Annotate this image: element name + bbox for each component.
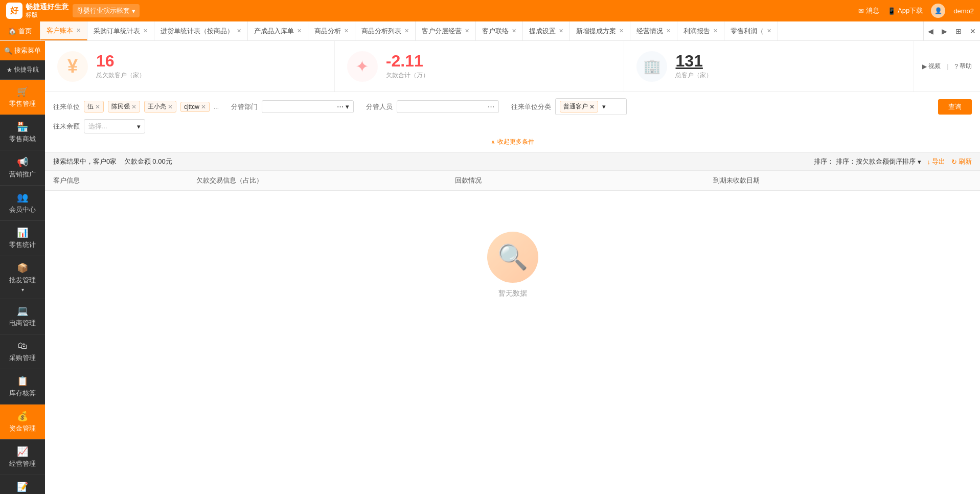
stat-total-customers-label: 总客户（家） xyxy=(675,71,712,80)
stat-overdue-customers-icon: ¥ xyxy=(57,51,88,82)
nav-prev-btn[interactable]: ◀ xyxy=(924,21,938,40)
sidebar-item-retail-stats[interactable]: 📊 零售统计 xyxy=(0,221,45,256)
main-layout: 🔍 搜索菜单 ★ 快捷导航 🛒 零售管理 🏪 零售商城 📢 营销推广 👥 会员中… xyxy=(0,41,980,494)
tab-business-status-label: 经营情况 xyxy=(636,27,663,36)
close-icon[interactable]: ✕ xyxy=(767,28,771,34)
tab-profit-report[interactable]: 利润报告 ✕ xyxy=(677,21,724,40)
remove-tag-wu[interactable]: ✕ xyxy=(95,103,100,110)
amount-value: 0.00元 xyxy=(152,158,172,165)
close-icon[interactable]: ✕ xyxy=(465,28,469,34)
message-btn[interactable]: ✉ 消息 xyxy=(858,6,879,15)
video-btn[interactable]: ▶ 视频 xyxy=(922,62,941,71)
balance-placeholder: 选择... xyxy=(88,122,107,131)
tab-goods-analysis[interactable]: 商品分析 ✕ xyxy=(308,21,355,40)
mobile-icon: 📱 xyxy=(887,7,896,15)
search-button[interactable]: 查询 xyxy=(938,99,972,115)
refresh-icon: ↻ xyxy=(951,158,957,166)
results-text: 搜索结果中，客户0家 xyxy=(53,158,117,165)
nav-next-btn[interactable]: ▶ xyxy=(938,21,951,40)
sidebar-item-purchase[interactable]: 🛍 采购管理 xyxy=(0,334,45,369)
category-select[interactable]: 普通客户 ✕ ▾ xyxy=(555,98,627,115)
tab-customer-tier[interactable]: 客户分层经营 ✕ xyxy=(416,21,476,40)
results-bar: 搜索结果中，客户0家 欠款金额 0.00元 排序： 排序：按欠款金额倒序排序 ▾… xyxy=(45,153,980,171)
tab-customer-account-label: 客户账本 xyxy=(47,26,73,35)
balance-select[interactable]: 选择... ▾ xyxy=(84,119,145,133)
sidebar-item-finance[interactable]: 💰 资金管理 xyxy=(0,405,45,440)
close-icon[interactable]: ✕ xyxy=(143,28,148,34)
collapse-label: 收起更多条件 xyxy=(497,138,534,146)
nav-expand-btn[interactable]: ⊞ xyxy=(951,21,966,40)
sidebar-item-retail[interactable]: 🛒 零售管理 xyxy=(0,80,45,115)
nav-arrows: ◀ ▶ ⊞ ✕ xyxy=(923,21,980,40)
close-icon[interactable]: ✕ xyxy=(619,28,624,34)
close-icon[interactable]: ✕ xyxy=(76,27,81,34)
tab-home[interactable]: 🏠 首页 xyxy=(0,21,40,40)
app-download-label: App下载 xyxy=(898,6,923,15)
close-icon[interactable]: ✕ xyxy=(666,28,671,34)
collapse-btn[interactable]: ∧ 收起更多条件 xyxy=(53,138,972,146)
tab-purchase-order[interactable]: 采购订单统计表 ✕ xyxy=(87,21,154,40)
sidebar-item-ecommerce[interactable]: 💻 电商管理 xyxy=(0,299,45,334)
stats-banner: ¥ 16 总欠款客户（家） ✦ -2.11 欠款合计（万） 🏢 xyxy=(45,41,980,92)
sidebar-item-finance-label: 资金管理 xyxy=(9,424,36,433)
store-selector[interactable]: 母婴行业演示帐套 ▾ xyxy=(73,4,140,17)
top-bar-right: ✉ 消息 📱 App下载 👤 demo2 xyxy=(858,4,974,18)
category-label: 往来单位分类 xyxy=(511,102,551,111)
wholesale-icon: 📦 xyxy=(17,262,28,274)
sidebar-item-retail-shop[interactable]: 🏪 零售商城 xyxy=(0,115,45,150)
remove-tag-chen[interactable]: ✕ xyxy=(131,103,136,110)
close-icon[interactable]: ✕ xyxy=(237,28,241,34)
avatar[interactable]: 👤 xyxy=(931,4,945,18)
tab-customer-tier-label: 客户分层经营 xyxy=(422,27,462,36)
close-icon[interactable]: ✕ xyxy=(512,28,516,34)
sidebar-item-basic[interactable]: 📝 基础信息 xyxy=(0,475,45,494)
sidebar-item-wholesale[interactable]: 📦 批发管理 ▾ xyxy=(0,256,45,299)
sidebar-item-marketing[interactable]: 📢 营销推广 xyxy=(0,150,45,186)
sidebar-item-operations[interactable]: 📈 经营管理 xyxy=(0,440,45,475)
remove-category[interactable]: ✕ xyxy=(589,103,595,110)
help-label: 帮助 xyxy=(960,62,972,71)
username[interactable]: demo2 xyxy=(953,7,974,15)
tab-new-improvement[interactable]: 新增提成方案 ✕ xyxy=(570,21,630,40)
nav-close-all-btn[interactable]: ✕ xyxy=(966,21,980,40)
tab-goods-stats[interactable]: 进货单统计表（按商品） ✕ xyxy=(154,21,248,40)
sidebar-search[interactable]: 🔍 搜索菜单 xyxy=(0,41,45,60)
col-due-date: 到期未收款日期 xyxy=(713,176,972,185)
sidebar-item-member[interactable]: 👥 会员中心 xyxy=(0,186,45,221)
dept-select[interactable]: ⋯ ▾ xyxy=(262,100,354,113)
tab-home-label: 首页 xyxy=(18,27,32,36)
sidebar-item-retail-stats-label: 零售统计 xyxy=(9,240,36,250)
expand-icon: ▾ xyxy=(21,287,24,293)
tab-product-entry[interactable]: 产成品入库单 ✕ xyxy=(248,21,308,40)
sort-select[interactable]: 排序： 排序：按欠款金额倒序排序 ▾ xyxy=(814,157,921,166)
tab-improve-settings[interactable]: 提成设置 ✕ xyxy=(523,21,570,40)
category-selected-text: 普通客户 xyxy=(563,102,588,111)
tab-customer-account[interactable]: 客户账本 ✕ xyxy=(40,21,87,40)
refresh-btn[interactable]: ↻ 刷新 xyxy=(951,157,972,166)
content-area: ¥ 16 总欠款客户（家） ✦ -2.11 欠款合计（万） 🏢 xyxy=(45,41,980,494)
top-bar-left: 好 畅捷通好生意 标版 母婴行业演示帐套 ▾ xyxy=(6,2,140,19)
tab-goods-stats-label: 进货单统计表（按商品） xyxy=(161,27,234,36)
tab-retail-profit[interactable]: 零售利润（ ✕ xyxy=(724,21,778,40)
tab-goods-analysis-list[interactable]: 商品分析列表 ✕ xyxy=(355,21,416,40)
close-icon[interactable]: ✕ xyxy=(344,28,349,34)
close-icon[interactable]: ✕ xyxy=(559,28,563,34)
sidebar-item-inventory[interactable]: 📋 库存核算 xyxy=(0,369,45,405)
remove-tag-wang[interactable]: ✕ xyxy=(168,103,173,110)
close-icon[interactable]: ✕ xyxy=(713,28,718,34)
top-bar: 好 畅捷通好生意 标版 母婴行业演示帐套 ▾ ✉ 消息 📱 App下载 👤 de… xyxy=(0,0,980,21)
app-download-btn[interactable]: 📱 App下载 xyxy=(887,6,923,15)
tab-customer-contact[interactable]: 客户联络 ✕ xyxy=(476,21,523,40)
close-icon[interactable]: ✕ xyxy=(297,28,302,34)
filter-more-btn[interactable]: ... xyxy=(214,103,219,110)
remove-tag-cjttcw[interactable]: ✕ xyxy=(201,103,206,110)
tab-business-status[interactable]: 经营情况 ✕ xyxy=(630,21,677,40)
close-icon[interactable]: ✕ xyxy=(404,28,409,34)
help-btn[interactable]: ? 帮助 xyxy=(954,62,972,71)
person-select[interactable]: ⋯ xyxy=(397,100,499,113)
sidebar-quick-nav[interactable]: ★ 快捷导航 xyxy=(0,60,45,80)
export-btn[interactable]: ↓ 导出 xyxy=(927,157,946,166)
results-summary: 搜索结果中，客户0家 欠款金额 0.00元 xyxy=(53,157,172,166)
tab-goods-analysis-list-label: 商品分析列表 xyxy=(361,27,401,36)
home-icon: 🏠 xyxy=(8,27,16,35)
